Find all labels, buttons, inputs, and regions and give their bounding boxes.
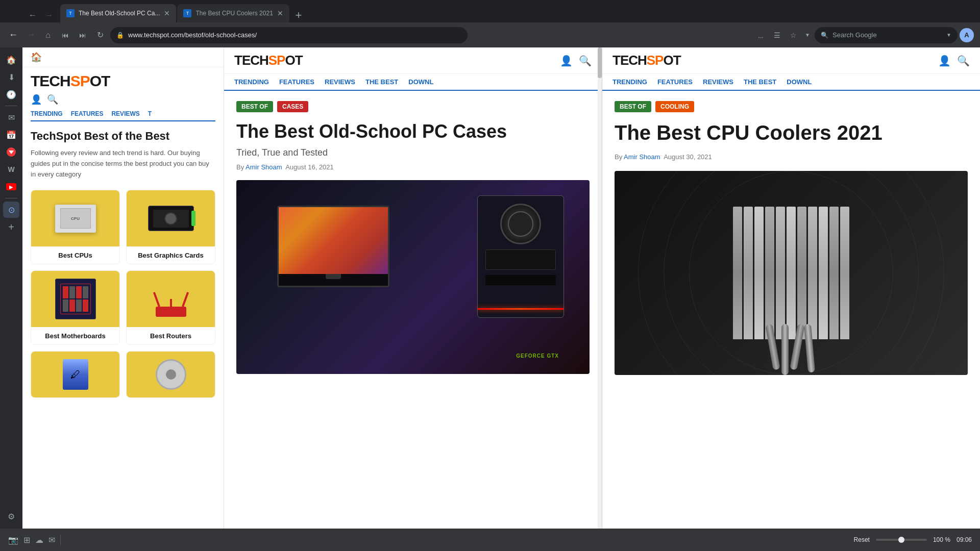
status-bar: 📷 ⊞ ☁ ✉ Reset 100 % 09:06 [0,529,980,551]
tab-2-title: The Best CPU Coolers 2021 [195,10,273,17]
article2-meta: By Amir Shoam August 30, 2021 [615,153,968,161]
forward-nav-button[interactable]: → [23,28,38,42]
a1-nav-trending[interactable]: TRENDING [234,74,269,90]
sidebar-icon-home[interactable]: 🏠 [3,52,19,68]
article2-tag1[interactable]: BEST OF [615,101,651,112]
gpu-card-image [127,190,215,246]
article1-tag2[interactable]: CASES [277,101,308,112]
security-icon: 🔒 [116,32,124,39]
sidebar-icon-add[interactable]: + [3,219,19,235]
status-mail-icon[interactable]: ✉ [48,535,55,545]
left-nav-reviews[interactable]: REVIEWS [111,110,139,117]
sidebar-icon-wikipedia[interactable]: W [3,161,19,178]
a1-nav-reviews[interactable]: REVIEWS [325,74,355,90]
left-panel-title: TechSpot Best of the Best [31,130,215,143]
left-nav-more[interactable]: T [148,110,152,117]
tab-2[interactable]: T The Best CPU Coolers 2021 ✕ [177,4,289,22]
a1-nav-downl[interactable]: DOWNL [408,74,433,90]
cpu-card[interactable]: CPU Best CPUs [31,190,120,264]
zoom-slider[interactable] [876,539,927,541]
address-url: www.techspot.com/bestof/old-school-cases… [128,31,461,39]
gpu-card-label: Best Graphics Cards [138,252,204,259]
back-nav-button[interactable]: ← [6,28,20,42]
article1-search-icon[interactable]: 🔍 [579,55,592,67]
sidebar-icon-youtube[interactable]: ▶ [3,179,19,195]
home-button[interactable]: ⌂ [41,28,55,42]
left-content-panel: 🏠 TECHSPOT 👤 🔍 TRENDING FEATURES REVIEWS… [22,47,224,529]
back-button[interactable]: ← [26,8,40,22]
tab-2-favicon: T [183,9,191,17]
extra-card-2[interactable] [126,351,215,398]
router-card-label: Best Routers [150,332,191,340]
extra-card-1[interactable]: 🖊 [31,351,120,398]
left-nav-features[interactable]: FEATURES [71,110,104,117]
article1-panel: TECHSPOT 👤 🔍 TRENDING FEATURES REVIEWS T… [224,47,602,529]
sidebar-icon-history[interactable]: 🕐 [3,86,19,103]
left-nav-trending[interactable]: TRENDING [31,110,63,117]
a2-nav-reviews[interactable]: REVIEWS [703,74,733,90]
forward-button[interactable]: → [42,8,56,22]
router-card-image [127,271,215,327]
new-tab-button[interactable]: + [291,8,306,22]
tab-bar: ← → T The Best Old-School PC Ca... ✕ T T… [0,0,980,22]
article1-logo[interactable]: TECHSPOT [234,53,303,68]
sidebar-icon-active[interactable]: ⊙ [3,202,19,218]
panel-home-icon[interactable]: 🏠 [31,52,42,63]
reset-label[interactable]: Reset [854,536,870,543]
zoom-control [876,539,927,541]
sidebar-icon-mail[interactable]: ✉ [3,109,19,126]
zoom-level: 100 % [933,536,950,543]
article2-hero-image [615,171,968,375]
sidebar-icon-vivaldi[interactable] [3,144,19,160]
status-screenshot-icon[interactable]: 📷 [8,535,18,545]
motherboard-card[interactable]: Best Motherboards [31,270,120,345]
tab-1-title: The Best Old-School PC Ca... [79,10,160,17]
tab-1-favicon: T [66,9,75,17]
article2-user-icon[interactable]: 👤 [938,55,951,67]
article1-meta: By Amir Shoam August 16, 2021 [236,163,590,171]
rss-icon[interactable]: ⎵ [753,28,768,42]
menu-icon[interactable]: ☰ [770,28,784,42]
left-panel-logo[interactable]: TECHSPOT [31,72,215,90]
article1-scrollbar[interactable] [598,47,602,529]
search-box[interactable]: 🔍 Search Google ▼ [815,27,958,43]
left-panel-search-icon[interactable]: 🔍 [47,94,58,105]
sidebar-icon-settings[interactable]: ⚙ [3,508,19,524]
article1-subtitle: Tried, True and Tested [236,147,590,158]
article2-tag2[interactable]: COOLING [655,101,694,112]
sidebar-icon-extensions[interactable]: ⬇ [3,69,19,85]
article2-logo[interactable]: TECHSPOT [612,53,681,68]
skip-forward-button[interactable]: ⏭ [76,28,90,42]
article2-panel: TECHSPOT 👤 🔍 TRENDING FEATURES REVIEWS T… [602,47,980,529]
left-panel-user-icon[interactable]: 👤 [31,94,42,105]
cards-grid: CPU Best CPUs [31,190,215,398]
tab-2-close[interactable]: ✕ [277,9,283,17]
gpu-card[interactable]: Best Graphics Cards [126,190,215,264]
skip-back-button[interactable]: ⏮ [58,28,72,42]
a1-nav-features[interactable]: FEATURES [279,74,314,90]
status-cloud-icon[interactable]: ☁ [35,535,43,545]
article2-search-icon[interactable]: 🔍 [957,55,970,67]
a1-nav-thebest[interactable]: THE BEST [365,74,398,90]
article1-hero-image: GEFORCE GTX [236,180,590,374]
article1-user-icon[interactable]: 👤 [560,55,573,67]
status-layout-icon[interactable]: ⊞ [23,535,30,545]
status-separator-1 [60,535,61,545]
tab-1-close[interactable]: ✕ [164,9,170,17]
address-bar[interactable]: 🔒 www.techspot.com/bestof/old-school-cas… [110,27,468,43]
bookmark-dropdown-icon[interactable]: ▼ [802,28,813,42]
sidebar-icon-calendar[interactable]: 📅 [3,127,19,143]
router-card[interactable]: Best Routers [126,270,215,345]
left-panel-description: Following every review and tech trend is… [31,148,215,180]
current-time: 09:06 [957,536,972,543]
a2-nav-trending[interactable]: TRENDING [612,74,647,90]
profile-button[interactable]: A [960,28,974,42]
a2-nav-thebest[interactable]: THE BEST [744,74,776,90]
bookmark-icon[interactable]: ☆ [786,28,800,42]
tab-1[interactable]: T The Best Old-School PC Ca... ✕ [60,4,176,22]
motherboard-card-image [31,271,119,327]
reload-button[interactable]: ↻ [93,28,107,42]
a2-nav-downl[interactable]: DOWNL [787,74,812,90]
a2-nav-features[interactable]: FEATURES [657,74,693,90]
article1-tag1[interactable]: BEST OF [236,101,273,112]
